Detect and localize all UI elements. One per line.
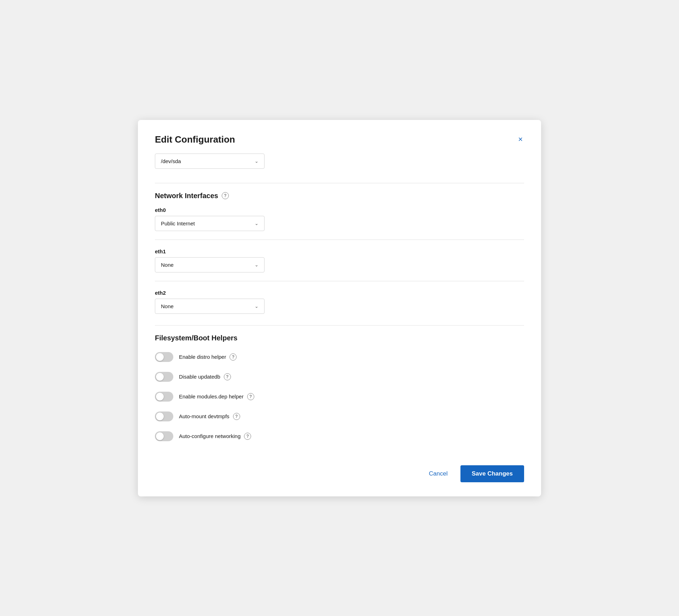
network-interfaces-title: Network Interfaces [155,192,218,200]
toggle-track [155,352,173,362]
eth2-label: eth2 [155,290,524,296]
modal-header: Edit Configuration × [155,134,524,145]
toggle-row-updatedb: Disable updatedb ? [155,372,524,382]
eth1-divider [155,281,524,281]
toggle-row-auto-networking: Auto-configure networking ? [155,431,524,441]
network-interfaces-title-row: Network Interfaces ? [155,192,524,200]
toggle-track [155,392,173,402]
toggle-label-modules-dep: Enable modules.dep helper ? [179,393,254,400]
modules-dep-help-icon[interactable]: ? [247,393,254,400]
edit-configuration-modal: Edit Configuration × /dev/sda ⌄ Network … [138,120,541,496]
eth1-dropdown-chevron-icon: ⌄ [255,262,259,267]
toggle-thumb [156,413,164,420]
eth2-dropdown-value: None [161,303,174,309]
auto-configure-networking-toggle[interactable] [155,431,173,441]
eth2-group: eth2 None ⌄ [155,290,524,314]
close-button[interactable]: × [517,134,524,145]
section-divider-top [155,183,524,183]
modal-title: Edit Configuration [155,134,235,145]
network-interfaces-help-icon[interactable]: ? [222,192,229,199]
eth1-dropdown[interactable]: None ⌄ [155,257,265,272]
device-dropdown-chevron-icon: ⌄ [255,159,259,164]
eth0-dropdown[interactable]: Public Internet ⌄ [155,216,265,231]
disable-updatedb-toggle[interactable] [155,372,173,382]
device-dropdown[interactable]: /dev/sda ⌄ [155,154,265,169]
toggle-label-distro-helper: Enable distro helper ? [179,353,237,361]
network-interfaces-section: Network Interfaces ? eth0 Public Interne… [155,192,524,322]
device-dropdown-wrapper: /dev/sda ⌄ [155,154,524,169]
auto-networking-text: Auto-configure networking [179,433,240,439]
save-changes-button[interactable]: Save Changes [460,465,524,482]
updatedb-text: Disable updatedb [179,374,220,380]
auto-mount-devtmpfs-toggle[interactable] [155,411,173,421]
filesystem-boot-helpers-section: Filesystem/Boot Helpers Enable distro he… [155,334,524,451]
distro-helper-text: Enable distro helper [179,354,226,360]
eth0-dropdown-chevron-icon: ⌄ [255,221,259,226]
distro-helper-help-icon[interactable]: ? [230,353,237,361]
enable-distro-helper-toggle[interactable] [155,352,173,362]
toggle-label-updatedb: Disable updatedb ? [179,373,231,380]
toggle-track [155,411,173,421]
auto-networking-help-icon[interactable]: ? [244,433,251,440]
modules-dep-text: Enable modules.dep helper [179,393,244,399]
eth2-dropdown[interactable]: None ⌄ [155,299,265,314]
toggle-label-devtmpfs: Auto-mount devtmpfs ? [179,413,240,420]
toggle-row-distro-helper: Enable distro helper ? [155,352,524,362]
eth1-group: eth1 None ⌄ [155,248,524,272]
eth0-dropdown-value: Public Internet [161,220,195,226]
updatedb-help-icon[interactable]: ? [224,373,231,380]
eth0-label: eth0 [155,207,524,213]
toggle-thumb [156,373,164,381]
eth1-dropdown-value: None [161,262,174,268]
devtmpfs-text: Auto-mount devtmpfs [179,413,230,419]
cancel-button[interactable]: Cancel [423,467,453,481]
eth0-divider [155,240,524,240]
eth0-group: eth0 Public Internet ⌄ [155,207,524,231]
devtmpfs-help-icon[interactable]: ? [233,413,240,420]
section-divider-middle [155,325,524,326]
toggle-row-modules-dep: Enable modules.dep helper ? [155,392,524,402]
toggle-thumb [156,353,164,361]
toggle-thumb [156,432,164,440]
toggle-track [155,431,173,441]
eth1-label: eth1 [155,248,524,254]
toggle-label-auto-networking: Auto-configure networking ? [179,433,251,440]
toggle-track [155,372,173,382]
device-dropdown-value: /dev/sda [161,158,181,164]
modal-footer: Cancel Save Changes [155,451,524,482]
toggle-row-devtmpfs: Auto-mount devtmpfs ? [155,411,524,421]
filesystem-section-title: Filesystem/Boot Helpers [155,334,524,342]
enable-modules-dep-toggle[interactable] [155,392,173,402]
eth2-dropdown-chevron-icon: ⌄ [255,304,259,309]
toggle-thumb [156,393,164,401]
